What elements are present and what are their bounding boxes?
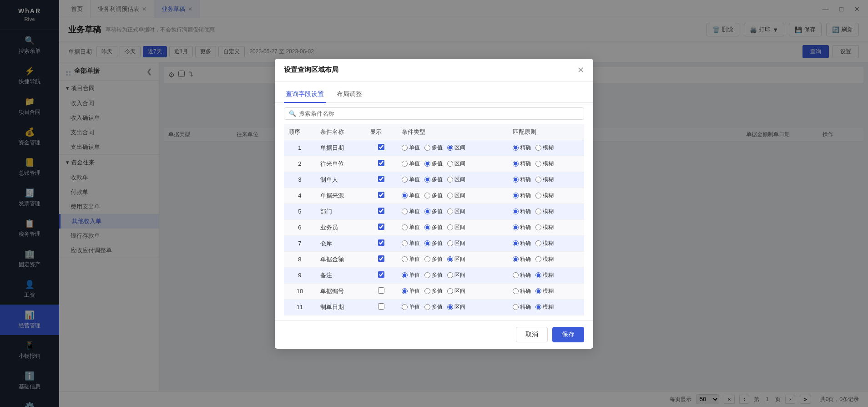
radio-single-7[interactable]: 单值 — [402, 239, 420, 247]
cell-match-4: 精确 模糊 — [508, 188, 584, 204]
radio-single-4[interactable]: 单值 — [402, 192, 420, 199]
cell-visible-10[interactable] — [365, 283, 397, 299]
visible-checkbox-2[interactable] — [378, 160, 384, 166]
radio-precise-10[interactable]: 精确 — [513, 287, 531, 295]
cell-visible-2[interactable] — [365, 156, 397, 172]
radio-range-11[interactable]: 区间 — [447, 303, 465, 311]
radio-fuzzy-7[interactable]: 模糊 — [535, 239, 554, 247]
modal-close-icon[interactable]: ✕ — [577, 65, 584, 75]
table-row: 8 单据金额 单值 多值 区间 精确 — [284, 251, 584, 267]
visible-checkbox-10[interactable] — [378, 287, 384, 294]
radio-fuzzy-11[interactable]: 模糊 — [535, 303, 554, 311]
radio-single-10[interactable]: 单值 — [402, 287, 420, 295]
cell-condition-4: 单值 多值 区间 — [397, 188, 508, 204]
cell-visible-11[interactable] — [365, 299, 397, 315]
radio-fuzzy-4[interactable]: 模糊 — [535, 192, 554, 199]
table-row: 9 备注 单值 多值 区间 精确 — [284, 267, 584, 283]
radio-single-6[interactable]: 单值 — [402, 224, 420, 231]
cell-visible-7[interactable] — [365, 235, 397, 251]
radio-fuzzy-2[interactable]: 模糊 — [535, 160, 554, 168]
visible-checkbox-6[interactable] — [378, 224, 384, 230]
cell-visible-9[interactable] — [365, 267, 397, 283]
radio-fuzzy-8[interactable]: 模糊 — [535, 255, 554, 263]
modal-save-btn[interactable]: 保存 — [552, 327, 584, 342]
radio-single-2[interactable]: 单值 — [402, 160, 420, 168]
modal-search-icon: 🔍 — [289, 110, 296, 117]
cell-visible-1[interactable] — [365, 140, 397, 156]
table-row: 11 制单日期 单值 多值 区间 精确 — [284, 299, 584, 315]
radio-single-3[interactable]: 单值 — [402, 176, 420, 183]
radio-precise-8[interactable]: 精确 — [513, 255, 531, 263]
modal-cancel-btn[interactable]: 取消 — [516, 327, 548, 342]
radio-fuzzy-3[interactable]: 模糊 — [535, 176, 554, 183]
cell-visible-3[interactable] — [365, 172, 397, 188]
radio-single-11[interactable]: 单值 — [402, 303, 420, 311]
visible-checkbox-3[interactable] — [378, 176, 384, 182]
cell-condition-1: 单值 多值 区间 — [397, 140, 508, 156]
radio-range-4[interactable]: 区间 — [447, 192, 465, 199]
radio-precise-2[interactable]: 精确 — [513, 160, 531, 168]
radio-fuzzy-9[interactable]: 模糊 — [535, 271, 554, 279]
modal: 设置查询区域布局 ✕ 查询字段设置布局调整 🔍 顺序 条件名称 — [275, 59, 593, 349]
radio-range-9[interactable]: 区间 — [447, 271, 465, 279]
radio-multi-10[interactable]: 多值 — [424, 287, 443, 295]
radio-multi-6[interactable]: 多值 — [424, 224, 443, 231]
radio-fuzzy-6[interactable]: 模糊 — [535, 224, 554, 231]
radio-multi-8[interactable]: 多值 — [424, 255, 443, 263]
radio-range-7[interactable]: 区间 — [447, 239, 465, 247]
th-order: 顺序 — [284, 124, 316, 140]
radio-single-5[interactable]: 单值 — [402, 208, 420, 215]
cell-name-10: 单据编号 — [316, 283, 365, 299]
radio-fuzzy-10[interactable]: 模糊 — [535, 287, 554, 295]
radio-fuzzy-1[interactable]: 模糊 — [535, 144, 554, 152]
radio-multi-7[interactable]: 多值 — [424, 239, 443, 247]
radio-range-10[interactable]: 区间 — [447, 287, 465, 295]
radio-range-5[interactable]: 区间 — [447, 208, 465, 215]
modal-search-input[interactable] — [299, 110, 579, 117]
cell-match-10: 精确 模糊 — [508, 283, 584, 299]
radio-multi-4[interactable]: 多值 — [424, 192, 443, 199]
radio-range-8[interactable]: 区间 — [447, 255, 465, 263]
radio-single-9[interactable]: 单值 — [402, 271, 420, 279]
table-row: 1 单据日期 单值 多值 区间 精确 — [284, 140, 584, 156]
radio-single-1[interactable]: 单值 — [402, 144, 420, 152]
modal-tab-layout[interactable]: 布局调整 — [335, 86, 364, 103]
visible-checkbox-7[interactable] — [378, 239, 384, 246]
modal-tabs: 查询字段设置布局调整 — [275, 82, 593, 103]
radio-multi-1[interactable]: 多值 — [424, 144, 443, 152]
visible-checkbox-1[interactable] — [378, 144, 384, 150]
th-match: 匹配原则 — [508, 124, 584, 140]
radio-precise-5[interactable]: 精确 — [513, 208, 531, 215]
visible-checkbox-8[interactable] — [378, 255, 384, 262]
radio-multi-5[interactable]: 多值 — [424, 208, 443, 215]
visible-checkbox-5[interactable] — [378, 208, 384, 214]
radio-precise-7[interactable]: 精确 — [513, 239, 531, 247]
radio-multi-11[interactable]: 多值 — [424, 303, 443, 311]
cell-visible-4[interactable] — [365, 188, 397, 204]
radio-precise-1[interactable]: 精确 — [513, 144, 531, 152]
modal-tab-query-fields[interactable]: 查询字段设置 — [284, 86, 326, 103]
cell-visible-5[interactable] — [365, 204, 397, 219]
radio-range-1[interactable]: 区间 — [447, 144, 465, 152]
radio-precise-6[interactable]: 精确 — [513, 224, 531, 231]
visible-checkbox-4[interactable] — [378, 192, 384, 198]
radio-range-2[interactable]: 区间 — [447, 160, 465, 168]
radio-fuzzy-5[interactable]: 模糊 — [535, 208, 554, 215]
radio-range-6[interactable]: 区间 — [447, 224, 465, 231]
cell-visible-8[interactable] — [365, 251, 397, 267]
cell-visible-6[interactable] — [365, 219, 397, 235]
modal-search-area: 🔍 — [275, 103, 593, 124]
radio-precise-11[interactable]: 精确 — [513, 303, 531, 311]
radio-multi-9[interactable]: 多值 — [424, 271, 443, 279]
radio-precise-4[interactable]: 精确 — [513, 192, 531, 199]
radio-range-3[interactable]: 区间 — [447, 176, 465, 183]
radio-precise-9[interactable]: 精确 — [513, 271, 531, 279]
visible-checkbox-9[interactable] — [378, 271, 384, 278]
cell-name-3: 制单人 — [316, 172, 365, 188]
radio-multi-3[interactable]: 多值 — [424, 176, 443, 183]
cell-condition-8: 单值 多值 区间 — [397, 251, 508, 267]
radio-precise-3[interactable]: 精确 — [513, 176, 531, 183]
radio-single-8[interactable]: 单值 — [402, 255, 420, 263]
visible-checkbox-11[interactable] — [378, 303, 384, 310]
radio-multi-2[interactable]: 多值 — [424, 160, 443, 168]
